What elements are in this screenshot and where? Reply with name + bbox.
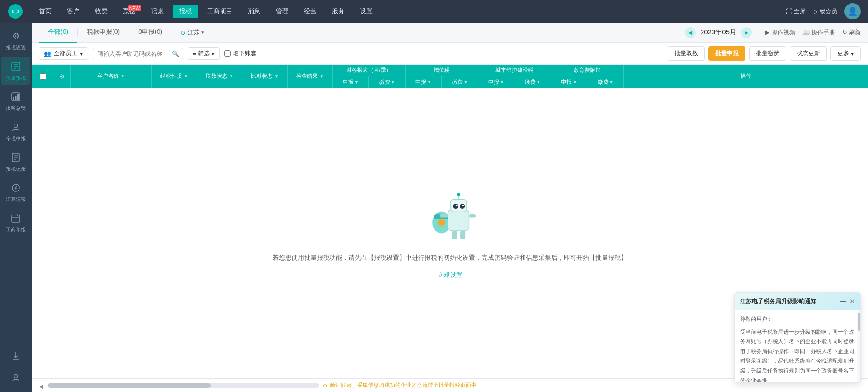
nav-home[interactable]: 首页: [33, 5, 58, 18]
region-select[interactable]: ⊙ 江苏 ▾: [180, 29, 204, 37]
nav-tax[interactable]: 报税: [173, 5, 198, 18]
nav-invoice[interactable]: 票据 NEW: [117, 5, 142, 18]
sidebar-item-batch-tax[interactable]: 批量报税: [1, 57, 30, 85]
svg-point-10: [14, 124, 18, 128]
sidebar-item-tax-record[interactable]: 报税记录: [1, 148, 30, 176]
nav-accounting[interactable]: 记账: [145, 5, 170, 18]
svg-rect-39: [452, 231, 457, 239]
filter-icon[interactable]: ▼: [464, 80, 468, 85]
vip-icon: ▷: [813, 8, 818, 15]
app-logo: [7, 3, 24, 19]
nav-service[interactable]: 服务: [326, 5, 351, 18]
th-city-declare: 申报 ▼: [478, 76, 514, 88]
filter-icon[interactable]: ▼: [229, 74, 234, 79]
toolbar-right-buttons: 批量取数 批量申报 批量缴费 状态更新 更多 ▾: [668, 46, 861, 61]
notice-minimize-button[interactable]: —: [840, 298, 846, 305]
user-icon: [9, 371, 22, 384]
search-input[interactable]: [98, 50, 170, 57]
th-fin-declare: 申报 ▼: [333, 76, 369, 88]
sidebar-item-annual-report[interactable]: 工商年报: [1, 208, 30, 237]
svg-point-31: [453, 204, 458, 209]
tab-zero-declare[interactable]: 0申报(0): [129, 23, 171, 43]
filter-icon: ≡: [193, 50, 196, 57]
th-fin-report-group: 财务报表（月/季） 申报 ▼ 缴费 ▼: [333, 65, 406, 88]
nav-operation[interactable]: 经营: [297, 5, 323, 18]
notice-greeting: 尊敬的用户：: [740, 315, 855, 325]
chevron-down-icon: ▾: [201, 29, 204, 36]
accounts-checkbox[interactable]: [224, 50, 231, 57]
th-city-pay: 缴费 ▼: [514, 76, 551, 88]
filter-icon[interactable]: ▼: [573, 80, 577, 85]
notice-content: 受当前电子税务局进一步升级的影响，同一个政务网账号（办税人）名下的企业不能再同时…: [740, 327, 855, 382]
svg-point-32: [460, 204, 465, 209]
th-city-tax-group: 城市维护建设税 申报 ▼ 缴费 ▼: [478, 65, 551, 88]
employee-select[interactable]: 👥 全部员工 ▾: [39, 47, 88, 60]
checkbox-accounts[interactable]: 名下账套: [224, 49, 257, 57]
op-video-button[interactable]: ▶ 操作视频: [765, 29, 795, 37]
more-button[interactable]: 更多 ▾: [830, 46, 861, 61]
employee-icon: 👥: [44, 50, 51, 57]
th-select-all[interactable]: [32, 65, 54, 88]
status-update-button[interactable]: 状态更新: [790, 46, 827, 61]
batch-declare-button[interactable]: 批量申报: [708, 46, 745, 61]
filter-icon[interactable]: ▼: [184, 74, 189, 79]
batch-pay-button[interactable]: 批量缴费: [749, 46, 786, 61]
nav-settings[interactable]: 设置: [354, 5, 379, 18]
svg-rect-17: [12, 215, 20, 222]
th-check-result: 检查结果 ▼: [288, 65, 333, 88]
filter-icon[interactable]: ▼: [537, 80, 541, 85]
search-icon[interactable]: 🔍: [172, 50, 179, 57]
bottom-hint: ⊙ 验证账密、采集信息均成功的企业才会流转至批量报税页面中: [323, 382, 476, 389]
sidebar-item-tax-settings[interactable]: ⚙ 报税设置: [1, 26, 30, 55]
sidebar-item-personal-tax[interactable]: 个税申报: [1, 117, 30, 146]
sidebar-user[interactable]: [1, 368, 30, 387]
nav-business[interactable]: 工商项目: [201, 5, 239, 18]
sidebar-item-tax-overview[interactable]: 报税总览: [1, 87, 30, 115]
horizontal-scrollbar[interactable]: [48, 383, 319, 388]
notice-scrollbar[interactable]: [857, 311, 860, 382]
filter-icon[interactable]: ▼: [391, 80, 395, 85]
nav-customer[interactable]: 客户: [61, 5, 86, 18]
scroll-left-button[interactable]: ◀: [39, 383, 44, 388]
filter-icon[interactable]: ▼: [274, 74, 279, 79]
nav-billing[interactable]: 收费: [89, 5, 114, 18]
tab-all[interactable]: 全部(0): [39, 23, 77, 43]
setup-link[interactable]: 立即设置: [437, 271, 462, 279]
annual-report-icon: [9, 212, 22, 225]
th-gear[interactable]: ⚙: [54, 65, 71, 88]
filter-icon[interactable]: ▼: [354, 80, 359, 85]
invoice-badge-new: NEW: [128, 5, 141, 11]
sidebar-item-settlement[interactable]: ¥ 汇算清缴: [1, 178, 30, 206]
th-edu-tax-group: 教育费附加 申报 ▼ 缴费 ▼: [551, 65, 624, 88]
filter-icon[interactable]: ▼: [500, 80, 504, 85]
sidebar: ⚙ 报税设置 批量报税: [0, 23, 32, 392]
notice-close-button[interactable]: ✕: [849, 298, 855, 305]
empty-robot-illustration: [423, 187, 477, 241]
filter-icon[interactable]: ▼: [320, 74, 324, 79]
th-fetch-status: 取数状态 ▼: [197, 65, 242, 88]
sidebar-download[interactable]: [1, 346, 30, 366]
month-prev-button[interactable]: ◀: [685, 27, 696, 38]
svg-rect-27: [448, 210, 469, 231]
select-all-checkbox[interactable]: [40, 73, 46, 80]
svg-rect-7: [13, 97, 14, 100]
nav-message[interactable]: 消息: [241, 5, 267, 18]
fullscreen-button[interactable]: ⛶ 全屏: [786, 7, 806, 15]
vip-button[interactable]: ▷ 畅会员: [813, 7, 837, 15]
filter-icon[interactable]: ▼: [609, 80, 613, 85]
tab-tax-declare[interactable]: 税款申报(0): [78, 23, 129, 43]
svg-rect-40: [460, 231, 465, 239]
filter-icon[interactable]: ▼: [121, 74, 125, 79]
th-operation: 操作: [624, 65, 868, 88]
refresh-icon: ↻: [842, 29, 847, 36]
op-manual-button[interactable]: 📖 操作手册: [802, 29, 835, 37]
filter-icon[interactable]: ▼: [427, 80, 431, 85]
notice-title: 江苏电子税务局升级影响通知: [740, 297, 816, 306]
user-avatar[interactable]: 👤: [844, 3, 861, 19]
filter-button[interactable]: ≡ 筛选 ▾: [188, 47, 220, 60]
batch-fetch-button[interactable]: 批量取数: [668, 46, 705, 61]
notice-scroll-thumb: [858, 313, 860, 331]
refresh-button[interactable]: ↻ 刷新: [842, 29, 861, 37]
month-next-button[interactable]: ▶: [741, 27, 752, 38]
nav-management[interactable]: 管理: [269, 5, 295, 18]
